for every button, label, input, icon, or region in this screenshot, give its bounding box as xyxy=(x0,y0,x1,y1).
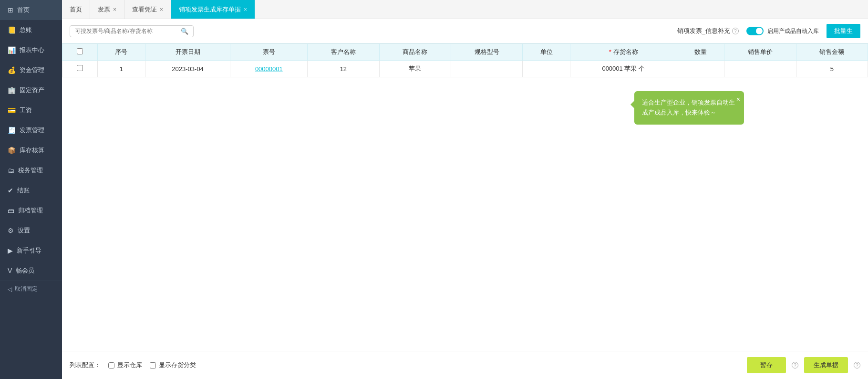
tab-home[interactable]: 首页 xyxy=(62,0,90,19)
content-area: 🔍 销项发票_信息补充 ? 启用产成品自动入库 批量生 xyxy=(62,19,868,379)
assets-icon: 🏢 xyxy=(8,86,16,94)
sidebar-item-reports[interactable]: 📊 报表中心 xyxy=(0,40,62,60)
tab-stock-doc[interactable]: 销项发票生成库存单据 × xyxy=(171,0,255,19)
sidebar-item-funds[interactable]: 💰 资金管理 xyxy=(0,60,62,80)
table-header-row: 序号 开票日期 票号 客户名称 商品名称 规格型号 单位 * 存货名称 数量 销… xyxy=(62,44,868,61)
payroll-icon: 💳 xyxy=(8,106,16,114)
sidebar-item-closing[interactable]: ✔ 结账 xyxy=(0,180,62,200)
show-category-checkbox[interactable]: 显示存货分类 xyxy=(150,361,196,369)
header-amount: 销售金额 xyxy=(796,44,868,61)
home-icon: ⊞ xyxy=(8,6,13,14)
toggle-area: 启用产成品自动入库 xyxy=(746,27,819,35)
footer: 列表配置： 显示仓库 显示存货分类 暂存 ? 生成单据 ? xyxy=(62,351,868,379)
show-warehouse-input[interactable] xyxy=(108,362,114,368)
archive-icon: 🗃 xyxy=(8,207,14,214)
tax-icon: 🗂 xyxy=(8,167,14,174)
sidebar-item-payroll[interactable]: 💳 工资 xyxy=(0,100,62,120)
search-icon: 🔍 xyxy=(181,28,188,35)
membership-icon: V xyxy=(8,267,12,274)
show-warehouse-checkbox[interactable]: 显示仓库 xyxy=(108,361,142,369)
guide-icon: ▶ xyxy=(8,247,13,254)
data-table: 序号 开票日期 票号 客户名称 商品名称 规格型号 单位 * 存货名称 数量 销… xyxy=(62,43,868,77)
table-container: 序号 开票日期 票号 客户名称 商品名称 规格型号 单位 * 存货名称 数量 销… xyxy=(62,43,868,351)
tab-bar: 首页 发票 × 查看凭证 × 销项发票生成库存单据 × xyxy=(62,0,868,19)
row-unit xyxy=(523,61,570,77)
header-unit: 单位 xyxy=(523,44,570,61)
header-ticket-no: 票号 xyxy=(230,44,308,61)
sidebar-item-inventory[interactable]: 📦 库存核算 xyxy=(0,140,62,160)
tab-invoice-close[interactable]: × xyxy=(113,6,116,13)
sidebar-item-invoice[interactable]: 🧾 发票管理 xyxy=(0,120,62,140)
header-stock-name: * 存货名称 xyxy=(570,44,677,61)
tab-stock-doc-close[interactable]: × xyxy=(244,6,247,13)
sidebar-pin[interactable]: ◁ 取消固定 xyxy=(0,281,62,297)
settings-icon: ⚙ xyxy=(8,227,14,234)
sidebar: ⊞ 首页 📒 总账 📊 报表中心 💰 资金管理 🏢 固定资产 💳 工资 🧾 发票… xyxy=(0,0,62,379)
row-checkbox[interactable] xyxy=(77,65,83,71)
save-button[interactable]: 暂存 xyxy=(747,357,786,373)
generate-info-icon[interactable]: ? xyxy=(854,362,860,368)
row-amount: 5 xyxy=(796,61,868,77)
tooltip-close-button[interactable]: × xyxy=(736,94,740,105)
row-product: 苹果 xyxy=(379,61,451,77)
generate-button[interactable]: 生成单据 xyxy=(804,357,848,373)
ledger-icon: 📒 xyxy=(8,26,16,34)
sidebar-item-ledger[interactable]: 📒 总账 xyxy=(0,20,62,40)
sidebar-item-tax[interactable]: 🗂 税务管理 xyxy=(0,160,62,180)
select-all-checkbox[interactable] xyxy=(77,48,83,54)
row-stock-name: 000001 苹果 个 xyxy=(570,61,677,77)
info-label: 销项发票_信息补充 ? xyxy=(677,27,739,35)
reports-icon: 📊 xyxy=(8,46,16,54)
main-area: 首页 发票 × 查看凭证 × 销项发票生成库存单据 × 🔍 销项发票_信息补充 xyxy=(62,0,868,379)
pin-icon: ◁ xyxy=(8,286,12,293)
header-checkbox-col xyxy=(62,44,98,61)
header-unit-price: 销售单价 xyxy=(724,44,796,61)
tab-invoice[interactable]: 发票 × xyxy=(90,0,124,19)
inventory-icon: 📦 xyxy=(8,147,16,154)
tooltip-popup: × 适合生产型企业，销项发票自动生成产成品入库，快来体验～ xyxy=(634,91,744,125)
toolbar: 🔍 销项发票_信息补充 ? 启用产成品自动入库 批量生 xyxy=(62,19,868,43)
header-product: 商品名称 xyxy=(379,44,451,61)
sidebar-item-home[interactable]: ⊞ 首页 xyxy=(0,0,62,20)
info-icon[interactable]: ? xyxy=(732,28,739,34)
sidebar-item-archive[interactable]: 🗃 归档管理 xyxy=(0,200,62,221)
row-qty xyxy=(677,61,724,77)
tab-voucher[interactable]: 查看凭证 × xyxy=(124,0,171,19)
row-unit-price xyxy=(724,61,796,77)
search-input[interactable] xyxy=(75,28,178,34)
search-box[interactable]: 🔍 xyxy=(70,25,194,37)
header-qty: 数量 xyxy=(677,44,724,61)
list-config: 列表配置： 显示仓库 显示存货分类 xyxy=(70,361,196,369)
closing-icon: ✔ xyxy=(8,187,13,194)
funds-icon: 💰 xyxy=(8,66,16,74)
table-body: 1 2023-03-04 00000001 12 苹果 000001 苹果 个 … xyxy=(62,61,868,77)
table-row: 1 2023-03-04 00000001 12 苹果 000001 苹果 个 … xyxy=(62,61,868,77)
row-customer: 12 xyxy=(308,61,379,77)
save-info-icon[interactable]: ? xyxy=(792,362,798,368)
row-ticket-no[interactable]: 00000001 xyxy=(230,61,308,77)
row-date: 2023-03-04 xyxy=(145,61,230,77)
invoice-icon: 🧾 xyxy=(8,126,16,134)
footer-right: 暂存 ? 生成单据 ? xyxy=(747,357,860,373)
header-spec: 规格型号 xyxy=(451,44,522,61)
sidebar-item-guide[interactable]: ▶ 新手引导 xyxy=(0,241,62,261)
tab-voucher-close[interactable]: × xyxy=(160,6,163,13)
row-seq: 1 xyxy=(98,61,145,77)
sidebar-item-settings[interactable]: ⚙ 设置 xyxy=(0,221,62,241)
toolbar-right: 销项发票_信息补充 ? 启用产成品自动入库 批量生 xyxy=(677,24,860,38)
sidebar-item-membership[interactable]: V 畅会员 xyxy=(0,261,62,281)
header-customer: 客户名称 xyxy=(308,44,379,61)
auto-warehouse-toggle[interactable] xyxy=(746,27,764,35)
row-checkbox-cell xyxy=(62,61,98,77)
batch-button[interactable]: 批量生 xyxy=(827,24,860,38)
row-spec xyxy=(451,61,522,77)
header-date: 开票日期 xyxy=(145,44,230,61)
sidebar-item-assets[interactable]: 🏢 固定资产 xyxy=(0,80,62,100)
show-category-input[interactable] xyxy=(150,362,156,368)
header-seq: 序号 xyxy=(98,44,145,61)
